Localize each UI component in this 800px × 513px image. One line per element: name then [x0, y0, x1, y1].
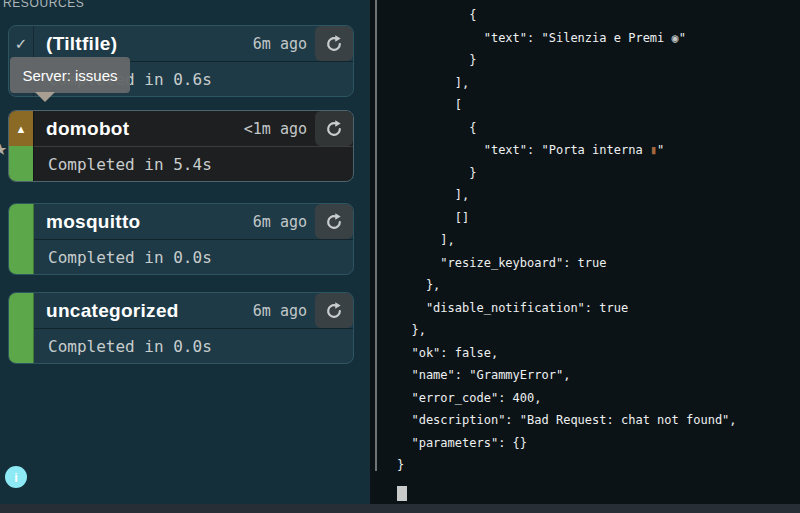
log-line: {: [397, 117, 737, 140]
resource-status-text: Completed in 5.4s: [48, 155, 212, 174]
log-line: }: [397, 162, 737, 185]
bottom-bar: [0, 504, 800, 513]
refresh-icon: [324, 212, 344, 232]
log-line: "text": "Porta interna ▮": [397, 139, 737, 162]
log-line: "error_code": 400,: [397, 387, 737, 410]
refresh-icon: [324, 34, 344, 54]
log-line: {: [397, 4, 737, 27]
tooltip-arrow: [35, 92, 55, 102]
log-pane[interactable]: { "text": "Silenzia e Premi ◉" } ], [ { …: [370, 0, 800, 504]
check-icon: ✓: [15, 35, 28, 53]
log-line: "resize_keyboard": true: [397, 252, 737, 275]
resource-name: uncategorized: [34, 300, 179, 322]
info-button[interactable]: i: [5, 466, 27, 488]
log-line: [: [397, 94, 737, 117]
refresh-icon: [324, 301, 344, 321]
log-line: "ok": false,: [397, 342, 737, 365]
log-line: ],: [397, 184, 737, 207]
resources-header: RESOURCES: [3, 0, 84, 10]
resource-time: 6m ago: [253, 35, 315, 53]
log-line: "name": "GrammyError",: [397, 364, 737, 387]
resource-status-text: Completed in 0.0s: [48, 248, 212, 267]
log-line: "parameters": {}: [397, 432, 737, 455]
log-line: "disable_notification": true: [397, 297, 737, 320]
info-icon: i: [14, 470, 18, 485]
resource-status-text: Completed in 0.0s: [48, 337, 212, 356]
resource-name: (Tiltfile): [34, 33, 117, 55]
log-segment-indicator: [375, 0, 377, 471]
radio-button-emoji: ◉: [672, 31, 679, 45]
log-line: }: [397, 454, 737, 477]
resource-card-uncategorized[interactable]: uncategorized 6m ago Completed in 0.0s: [8, 292, 354, 364]
trigger-update-button[interactable]: [315, 26, 353, 61]
resource-time: <1m ago: [244, 120, 315, 138]
log-line: },: [397, 274, 737, 297]
resource-time: 6m ago: [253, 302, 315, 320]
log-line: []: [397, 207, 737, 230]
resource-card-mosquitto[interactable]: mosquitto 6m ago Completed in 0.0s: [8, 203, 354, 275]
resource-card-domobot[interactable]: ▲ domobot <1m ago Completed in 5.4s: [8, 110, 354, 182]
terminal-cursor: [397, 486, 407, 501]
resource-name: mosquitto: [34, 211, 141, 233]
tooltip-text: Server: issues: [22, 67, 117, 84]
star-icon[interactable]: ★: [0, 142, 7, 158]
resources-sidebar: RESOURCES ✓ (Tiltfile) 6m ago Completed …: [0, 0, 370, 504]
build-status-column: ▲: [9, 111, 34, 181]
door-emoji: ▮: [650, 143, 657, 157]
log-text: { "text": "Silenzia e Premi ◉" } ], [ { …: [397, 4, 737, 477]
refresh-icon: [324, 119, 344, 139]
log-line: "description": "Bad Request: chat not fo…: [397, 409, 737, 432]
build-status-column: [9, 293, 34, 363]
trigger-update-button[interactable]: [315, 293, 353, 328]
trigger-update-button[interactable]: [315, 204, 353, 239]
resource-time: 6m ago: [253, 213, 315, 231]
log-line: "text": "Silenzia e Premi ◉": [397, 27, 737, 50]
log-line: },: [397, 319, 737, 342]
log-line: ],: [397, 72, 737, 95]
trigger-update-button[interactable]: [315, 111, 353, 146]
resource-name: domobot: [34, 118, 129, 140]
tooltip: Server: issues: [10, 57, 130, 93]
log-line: }: [397, 49, 737, 72]
log-line: ],: [397, 229, 737, 252]
warning-triangle-icon: ▲: [16, 123, 27, 135]
build-status-column: [9, 204, 34, 274]
